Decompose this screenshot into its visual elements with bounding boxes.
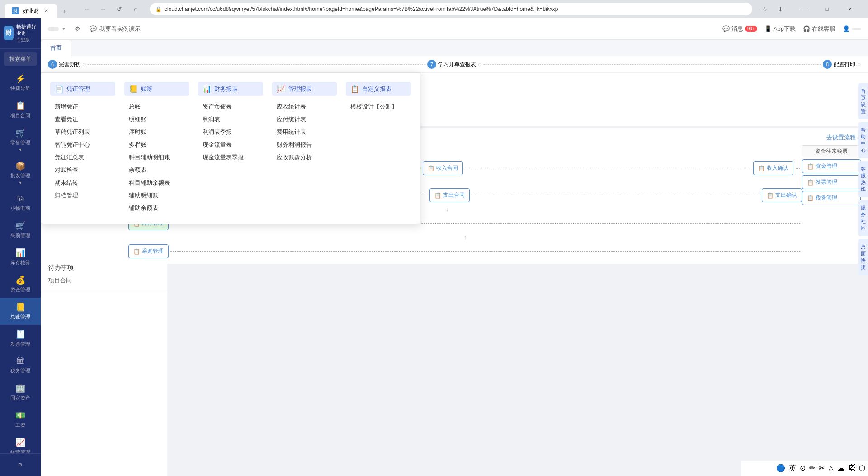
tab-label: 好业财 bbox=[23, 7, 39, 15]
purchase-icon: 🛒 bbox=[15, 221, 25, 231]
search-menu-button[interactable]: 搜索菜单 bbox=[4, 52, 37, 66]
ledger-header-icon: 📒 bbox=[129, 85, 138, 93]
menu-item-general-ledger[interactable]: 总账 bbox=[124, 100, 189, 113]
menu-item-ar-summary[interactable]: 应收统计表 bbox=[272, 100, 337, 113]
menu-item-add-voucher[interactable]: 新增凭证 bbox=[50, 100, 115, 113]
menu-item-template-design[interactable]: 模板设计【公测】 bbox=[346, 100, 411, 113]
menu-item-ap-summary[interactable]: 应付统计表 bbox=[272, 113, 337, 126]
sidebar-item-inventory[interactable]: 📊 库存核算 bbox=[0, 243, 41, 271]
menu-item-draft-voucher[interactable]: 草稿凭证列表 bbox=[50, 126, 115, 138]
bookmark-icon[interactable]: ☆ bbox=[759, 3, 771, 15]
sidebar-item-label: 经营管理 bbox=[10, 449, 30, 453]
sidebar-item-invoice[interactable]: 🧾 发票管理 bbox=[0, 325, 41, 352]
voucher-header-label: 凭证管理 bbox=[66, 85, 90, 93]
user-button[interactable]: 👤 bbox=[843, 25, 861, 32]
menu-item-detail-ledger[interactable]: 明细账 bbox=[124, 113, 189, 126]
sidebar-item-project[interactable]: 📋 项目合同 bbox=[0, 96, 41, 124]
sidebar-item-tax[interactable]: 🏛 税务管理 bbox=[0, 352, 41, 379]
forward-button[interactable]: → bbox=[97, 3, 109, 15]
sidebar-item-retail[interactable]: 🛒 零售管理 ▼ bbox=[0, 124, 41, 157]
download-icon[interactable]: ⬇ bbox=[774, 3, 787, 15]
sidebar-item-ecom[interactable]: 🛍 小畅电商 bbox=[0, 190, 41, 216]
menu-item-smart-voucher[interactable]: 智能凭证中心 bbox=[50, 138, 115, 151]
sidebar-item-label: 零售管理 bbox=[10, 139, 30, 146]
project-icon: 📋 bbox=[15, 101, 25, 111]
menu-item-ar-aging[interactable]: 应收账龄分析 bbox=[272, 151, 337, 164]
home-button[interactable]: ⌂ bbox=[129, 3, 142, 15]
sidebar-item-wholesale[interactable]: 📦 批发管理 ▼ bbox=[0, 157, 41, 190]
maximize-button[interactable]: □ bbox=[816, 2, 837, 16]
tab-favicon: 财 bbox=[12, 7, 19, 14]
service-icon: 🎧 bbox=[803, 25, 810, 32]
back-button[interactable]: ← bbox=[80, 3, 93, 15]
menu-item-aux-balance[interactable]: 辅助余额表 bbox=[124, 202, 189, 214]
menu-item-income-qtr[interactable]: 利润表季报 bbox=[198, 126, 263, 138]
menu-item-multi-col-ledger[interactable]: 多栏账 bbox=[124, 138, 189, 151]
sidebar-item-operations[interactable]: 📈 经营管理 bbox=[0, 433, 41, 453]
custom-reports-icon: 📋 bbox=[350, 85, 359, 93]
tab-close-icon[interactable]: ✕ bbox=[42, 7, 50, 14]
menu-section-ledger: 📒 账簿 总账 明细账 序时账 多栏账 科目辅助明细账 余额表 科目辅助余额表 … bbox=[124, 82, 189, 214]
sidebar-settings-button[interactable]: ⚙ bbox=[0, 457, 41, 472]
menu-item-balance[interactable]: 余额表 bbox=[124, 164, 189, 176]
menu-section-custom-reports: 📋 自定义报表 模板设计【公测】 bbox=[346, 82, 411, 214]
username bbox=[852, 28, 861, 30]
menu-item-cashflow[interactable]: 现金流量表 bbox=[198, 138, 263, 151]
sidebar-logo: 财 畅捷通好业财 专业版 bbox=[0, 18, 41, 49]
sidebar-search: 搜索菜单 bbox=[0, 49, 41, 69]
menu-item-aux-detail[interactable]: 辅助明细账 bbox=[124, 189, 189, 202]
close-button[interactable]: ✕ bbox=[839, 2, 860, 16]
window-controls: — □ ✕ bbox=[794, 2, 863, 16]
menu-item-chrono-ledger[interactable]: 序时账 bbox=[124, 126, 189, 138]
logo-title: 畅捷通好业财 bbox=[16, 24, 37, 37]
tab-home[interactable]: 首页 bbox=[41, 40, 71, 56]
app-download-label: App下载 bbox=[774, 25, 796, 33]
menu-item-reconcile[interactable]: 对账检查 bbox=[50, 164, 115, 176]
address-bar[interactable]: 🔒 cloud.chanjet.com/cc/u6d89qwnryel/57bf… bbox=[150, 3, 752, 15]
menu-item-income-stmt[interactable]: 利润表 bbox=[198, 113, 263, 126]
browser-tab-active[interactable]: 财 好业财 ✕ bbox=[5, 4, 57, 18]
menu-item-archive[interactable]: 归档管理 bbox=[50, 189, 115, 202]
msg-badge: 99+ bbox=[745, 26, 757, 32]
new-tab-button[interactable]: + bbox=[57, 4, 71, 18]
menu-item-subject-aux-detail[interactable]: 科目辅助明细账 bbox=[124, 151, 189, 164]
financial-reports-label: 财务报表 bbox=[214, 85, 238, 93]
sidebar-item-quick-nav[interactable]: ⚡ 快捷导航 bbox=[0, 69, 41, 96]
menu-section-mgmt-reports: 📈 管理报表 应收统计表 应付统计表 费用统计表 财务利润报告 应收账龄分析 bbox=[272, 82, 337, 214]
topbar-right: 💬 消息 99+ 📱 App下载 🎧 在线客服 👤 bbox=[722, 25, 861, 33]
online-service-button[interactable]: 🎧 在线客服 bbox=[803, 25, 835, 33]
online-service-label: 在线客服 bbox=[812, 25, 835, 33]
logo-text-block: 畅捷通好业财 专业版 bbox=[16, 24, 37, 43]
sidebar-item-ledger[interactable]: 📒 总账管理 bbox=[0, 298, 41, 325]
logo-edition: 专业版 bbox=[16, 37, 37, 43]
sidebar-item-fund[interactable]: 💰 资金管理 bbox=[0, 271, 41, 298]
messages-button[interactable]: 💬 消息 99+ bbox=[722, 25, 757, 33]
menu-item-profit-report[interactable]: 财务利润报告 bbox=[272, 138, 337, 151]
menu-item-voucher-summary[interactable]: 凭证汇总表 bbox=[50, 151, 115, 164]
menu-item-expense-summary[interactable]: 费用统计表 bbox=[272, 126, 337, 138]
menu-item-period-close[interactable]: 期末结转 bbox=[50, 176, 115, 189]
demo-button[interactable]: 💬 我要看实例演示 bbox=[90, 25, 141, 33]
sidebar-bottom: ⚙ bbox=[0, 453, 41, 476]
app-download-button[interactable]: 📱 App下载 bbox=[764, 25, 796, 33]
menu-item-balance-sheet[interactable]: 资产负债表 bbox=[198, 100, 263, 113]
sidebar-item-payroll[interactable]: 💵 工资 bbox=[0, 406, 41, 433]
sidebar-item-purchase[interactable]: 🛒 采购管理 bbox=[0, 216, 41, 243]
refresh-button[interactable]: ↺ bbox=[113, 3, 126, 15]
ledger-icon: 📒 bbox=[15, 302, 25, 312]
menu-item-view-voucher[interactable]: 查看凭证 bbox=[50, 113, 115, 126]
sidebar-item-fixed-assets[interactable]: 🏢 固定资产 bbox=[0, 379, 41, 406]
inventory-icon: 📊 bbox=[15, 248, 25, 258]
sidebar-item-label: 采购管理 bbox=[10, 232, 30, 239]
minimize-button[interactable]: — bbox=[794, 2, 815, 16]
custom-reports-label: 自定义报表 bbox=[362, 85, 392, 93]
dropdown-menu: 📄 凭证管理 新增凭证 查看凭证 草稿凭证列表 智能凭证中心 凭证汇总表 对账检… bbox=[41, 72, 420, 224]
menu-item-subject-aux-balance[interactable]: 科目辅助余额表 bbox=[124, 176, 189, 189]
menu-section-voucher: 📄 凭证管理 新增凭证 查看凭证 草稿凭证列表 智能凭证中心 凭证汇总表 对账检… bbox=[50, 82, 115, 214]
company-selector[interactable]: ▼ bbox=[48, 26, 66, 31]
topbar-settings-button[interactable]: ⚙ bbox=[71, 23, 84, 35]
topbar-left: ▼ ⚙ 💬 我要看实例演示 bbox=[48, 23, 717, 35]
dropdown-backdrop: 📄 凭证管理 新增凭证 查看凭证 草稿凭证列表 智能凭证中心 凭证汇总表 对账检… bbox=[41, 56, 868, 476]
menu-item-cashflow-qtr[interactable]: 现金流量表季报 bbox=[198, 151, 263, 164]
demo-label: 我要看实例演示 bbox=[99, 25, 141, 33]
